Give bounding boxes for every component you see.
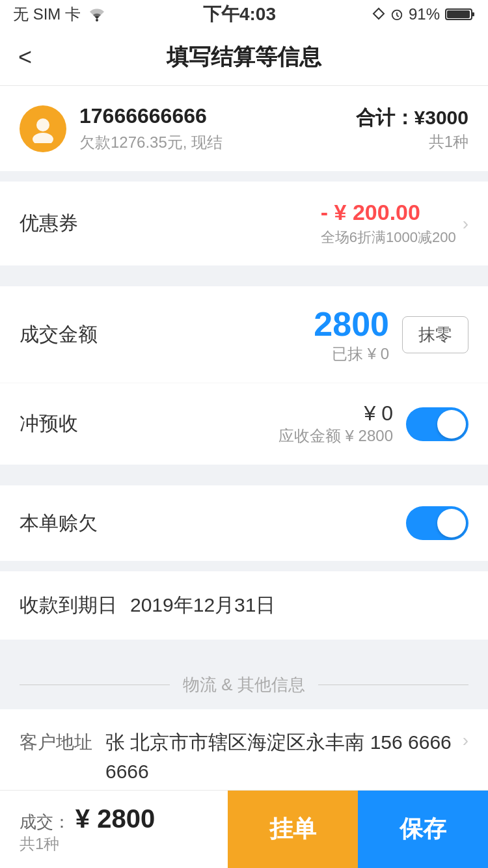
- save-button-label: 保存: [400, 813, 446, 845]
- nav-bar: < 填写结算等信息: [0, 29, 488, 86]
- prepaid-sub: 应收金额 ¥ 2800: [278, 426, 393, 446]
- summary-amount: ¥ 2800: [75, 804, 155, 833]
- customer-left: 17666666666 欠款1276.35元, 现结: [20, 104, 223, 153]
- total-count: 共1种: [356, 131, 468, 152]
- chevron-right-icon: ›: [463, 213, 468, 234]
- customer-total: 合计：¥3000 共1种: [356, 105, 468, 152]
- chevron-right-icon-address: ›: [463, 730, 468, 751]
- content-area: 17666666666 欠款1276.35元, 现结 合计：¥3000 共1种 …: [0, 86, 488, 868]
- bottom-bar: 成交： ¥ 2800 共1种 挂单 保存: [0, 790, 488, 868]
- section-divider-3: [0, 650, 488, 660]
- svg-line-3: [397, 16, 399, 17]
- wifi-icon: [87, 7, 107, 21]
- coupon-row[interactable]: 优惠券 - ¥ 200.00 全场6折满1000减200 ›: [0, 182, 488, 265]
- customer-info: 17666666666 欠款1276.35元, 现结: [79, 104, 223, 153]
- customer-debt: 欠款1276.35元, 现结: [79, 132, 223, 153]
- summary-label: 成交：: [20, 812, 70, 832]
- hold-button[interactable]: 挂单: [228, 791, 358, 869]
- status-time: 下午4:03: [203, 2, 276, 27]
- back-button[interactable]: <: [18, 44, 32, 71]
- amount-value-group: 2800 已抹 ¥ 0: [314, 305, 389, 364]
- status-left: 无 SIM 卡: [13, 4, 107, 25]
- svg-point-8: [33, 133, 53, 143]
- divider-line-right: [318, 685, 468, 685]
- prepaid-amount: ¥ 0: [278, 401, 393, 426]
- coupon-right: - ¥ 200.00 全场6折满1000减200 ›: [321, 200, 468, 247]
- summary-count: 共1种: [20, 834, 208, 854]
- avatar: [20, 105, 66, 152]
- amount-row: 成交金额 2800 已抹 ¥ 0 抹零: [0, 286, 488, 383]
- logistics-text: 物流 & 其他信息: [183, 673, 305, 696]
- round-button[interactable]: 抹零: [402, 316, 468, 353]
- prepaid-label: 冲预收: [20, 411, 78, 437]
- duedate-value: 2019年12月31日: [130, 592, 275, 619]
- coupon-discount: - ¥ 200.00: [321, 200, 456, 225]
- amount-right: 2800 已抹 ¥ 0 抹零: [314, 305, 468, 364]
- address-value: 张 北京市市辖区海淀区永丰南 156 6666 6666: [105, 727, 456, 786]
- battery-icon: [445, 7, 475, 21]
- alarm-icon: [390, 7, 403, 21]
- hold-button-label: 挂单: [269, 813, 316, 845]
- prepaid-toggle[interactable]: [406, 407, 468, 441]
- prepaid-right: ¥ 0 应收金额 ¥ 2800: [278, 401, 468, 446]
- bottom-summary: 成交： ¥ 2800 共1种: [0, 804, 228, 854]
- debt-toggle[interactable]: [406, 506, 468, 540]
- summary-row: 成交： ¥ 2800: [20, 804, 208, 834]
- customer-phone: 17666666666: [79, 104, 223, 128]
- svg-rect-5: [472, 12, 474, 16]
- duedate-row: 收款到期日 2019年12月31日: [0, 571, 488, 640]
- address-label: 客户地址: [20, 730, 92, 755]
- debt-row: 本单赊欠: [0, 485, 488, 561]
- debt-toggle-knob: [437, 509, 466, 537]
- coupon-label: 优惠券: [20, 210, 78, 237]
- total-amount: 合计：¥3000: [356, 105, 468, 131]
- toggle-knob: [437, 410, 466, 439]
- duedate-label: 收款到期日: [20, 592, 117, 619]
- customer-card: 17666666666 欠款1276.35元, 现结 合计：¥3000 共1种: [0, 86, 488, 171]
- page-title: 填写结算等信息: [167, 42, 321, 72]
- status-right: 91%: [372, 5, 475, 23]
- section-divider-2: [0, 475, 488, 485]
- divider-line-left: [20, 685, 170, 685]
- amount-label: 成交金额: [20, 321, 98, 348]
- user-icon: [29, 115, 57, 143]
- logistics-divider: 物流 & 其他信息: [0, 660, 488, 709]
- save-button[interactable]: 保存: [358, 791, 488, 869]
- location-icon: [372, 7, 385, 21]
- prepaid-amount-group: ¥ 0 应收金额 ¥ 2800: [278, 401, 393, 446]
- amount-sub: 已抹 ¥ 0: [314, 344, 389, 364]
- svg-point-7: [36, 118, 49, 131]
- sim-status: 无 SIM 卡: [13, 4, 81, 25]
- battery-percent: 91%: [409, 5, 440, 23]
- amount-value: 2800: [314, 305, 389, 344]
- status-bar: 无 SIM 卡 下午4:03 91%: [0, 0, 488, 29]
- prepaid-row: 冲预收 ¥ 0 应收金额 ¥ 2800: [0, 383, 488, 465]
- amount-section: 成交金额 2800 已抹 ¥ 0 抹零 冲预收 ¥ 0 应收金额 ¥ 2800: [0, 286, 488, 465]
- svg-rect-6: [447, 10, 470, 18]
- coupon-info: - ¥ 200.00 全场6折满1000减200: [321, 200, 456, 247]
- section-divider-1: [0, 276, 488, 286]
- debt-label: 本单赊欠: [20, 510, 98, 537]
- coupon-description: 全场6折满1000减200: [321, 228, 456, 247]
- svg-point-0: [96, 19, 98, 21]
